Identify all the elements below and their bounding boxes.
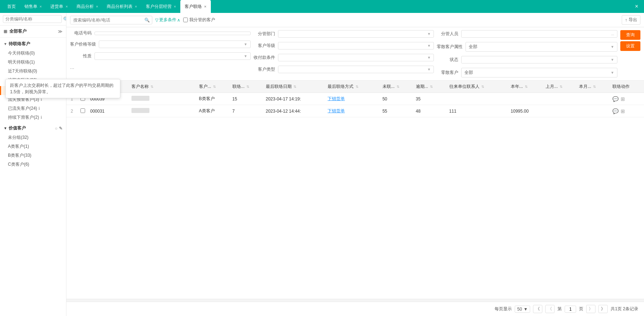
- customer-type-select[interactable]: ▼: [278, 66, 434, 73]
- col-contact-count[interactable]: 联络... ⇅: [230, 81, 264, 93]
- nav-purchase[interactable]: 进货单 ×: [46, 0, 72, 13]
- row-2-checkbox[interactable]: [80, 108, 85, 113]
- filter-search-button[interactable]: 🔍: [142, 16, 152, 24]
- sidebar-value-header[interactable]: ▼ 价值客户 ○ ✎: [0, 123, 66, 133]
- window-close-button[interactable]: ×: [632, 3, 641, 10]
- sidebar-item-declining[interactable]: 持续下滑客户(2) ℹ: [0, 113, 66, 122]
- row-2-checkbox-cell: [77, 105, 88, 117]
- price-level-select[interactable]: ▼: [99, 41, 251, 48]
- sort-thismonth-icon[interactable]: ⇅: [593, 85, 596, 89]
- row-2-last-month: [543, 105, 577, 117]
- sidebar-item-class-a[interactable]: A类客户(1): [0, 142, 66, 151]
- last-page-button[interactable]: 》: [598, 305, 608, 313]
- col-last-month[interactable]: 上月... ⇅: [543, 81, 577, 93]
- nav-analysis-list[interactable]: 商品分析列表 ×: [102, 0, 141, 13]
- row-1-chat-icon[interactable]: 💬: [612, 96, 618, 102]
- grid-icon: ⊞: [4, 29, 7, 34]
- col-last-contact-method[interactable]: 最后联络方式 ⇅: [325, 81, 380, 93]
- retail-attr-select[interactable]: 全部 ▼: [465, 42, 617, 52]
- dept-label: 分管部门: [254, 31, 275, 37]
- nav-analysis-close[interactable]: ×: [96, 4, 98, 9]
- filter-row-person: 分管人员 ...: [437, 30, 617, 38]
- dept-select[interactable]: ▼: [278, 30, 434, 38]
- sidebar-item-today[interactable]: 今天待联络(0): [0, 49, 66, 58]
- filter-search-input[interactable]: [70, 16, 142, 24]
- sidebar-item-7days[interactable]: 近7天待联络(0): [0, 67, 66, 76]
- row-2-last-method[interactable]: 下销货单: [325, 105, 380, 117]
- filter-icon: ▽: [155, 18, 158, 23]
- nav-customer-tier-close[interactable]: ×: [174, 4, 176, 9]
- sidebar-all-customers-header: ⊞ 全部客户 ≫: [0, 25, 66, 38]
- more-conditions-button[interactable]: ▽ 更多条件 ∧: [155, 17, 180, 23]
- export-button[interactable]: ↑ 导出: [622, 15, 640, 25]
- next-page-button[interactable]: 〉: [586, 305, 596, 313]
- sidebar-item-class-b[interactable]: B类客户(33): [0, 151, 66, 160]
- nav-home[interactable]: 首页: [3, 0, 20, 13]
- horizontal-scrollbar[interactable]: [66, 299, 644, 302]
- person-select[interactable]: ...: [461, 30, 617, 38]
- nav-analysis[interactable]: 商品分析 ×: [72, 0, 102, 13]
- sidebar-search-input[interactable]: [3, 15, 62, 23]
- sort-date-icon[interactable]: ⇅: [293, 85, 296, 89]
- value-arrow-icon: ▼: [4, 126, 7, 130]
- col-customer-name[interactable]: 客户名称 ⇅: [129, 81, 197, 93]
- customer-level-select[interactable]: ▼: [278, 42, 434, 49]
- payment-select[interactable]: ▼: [278, 54, 434, 61]
- retail-customer-select[interactable]: 全部 ▼: [461, 68, 617, 77]
- row-1-name: [129, 93, 197, 105]
- sort-lastmonth-icon[interactable]: ⇅: [560, 85, 562, 89]
- sidebar-item-churned[interactable]: 已流失客户(24) ℹ: [0, 104, 66, 113]
- col-last-contact-date[interactable]: 最后联络日期 ⇅: [264, 81, 325, 93]
- col-uncontacted[interactable]: 未联... ⇅: [380, 81, 414, 93]
- gender-select[interactable]: ▼: [94, 52, 251, 60]
- sort-name-icon[interactable]: ⇅: [150, 85, 153, 89]
- nav-purchase-close[interactable]: ×: [65, 4, 68, 9]
- page-size-select[interactable]: 50 ▼: [515, 306, 530, 313]
- filter-conditions-panel: 电话号码 客户价格等级 ▼: [66, 27, 644, 81]
- person-label: 分管人员: [437, 31, 458, 37]
- sort-thisyear-icon[interactable]: ⇅: [525, 85, 528, 89]
- sidebar-search-icon[interactable]: 🔍: [63, 16, 66, 22]
- nav-sales[interactable]: 销售单 ×: [20, 0, 46, 13]
- row-1-this-month: [577, 93, 610, 105]
- sidebar-pending-title[interactable]: ▼ 待联络客户: [0, 39, 66, 49]
- col-contacts[interactable]: 往来单位联系人 ⇅: [447, 81, 509, 93]
- col-overdue[interactable]: 逾期... ⇅: [414, 81, 447, 93]
- page-number-input[interactable]: [565, 306, 576, 313]
- nav-customer-contact[interactable]: 客户联络 ×: [180, 0, 210, 13]
- sort-contact-icon[interactable]: ⇅: [246, 85, 249, 89]
- sort-uncontacted-icon[interactable]: ⇅: [397, 85, 399, 89]
- nav-customer-contact-close[interactable]: ×: [204, 4, 206, 9]
- sidebar-item-tomorrow[interactable]: 明天待联络(1): [0, 58, 66, 67]
- sort-overdue-icon[interactable]: ⇅: [430, 85, 433, 89]
- sidebar-item-ungrouped[interactable]: 未分组(32): [0, 133, 66, 142]
- sort-type-icon[interactable]: ⇅: [213, 85, 216, 89]
- filter-dots[interactable]: ...: [70, 64, 74, 70]
- top-nav: 首页 销售单 × 进货单 × 商品分析 × 商品分析列表 × 客户分层经营 × …: [0, 0, 644, 13]
- nav-customer-tier[interactable]: 客户分层经营 ×: [142, 0, 180, 13]
- settings-button[interactable]: 设置: [620, 41, 640, 51]
- sidebar-item-class-c[interactable]: C类客户(6): [0, 160, 66, 169]
- data-table-container[interactable]: ⚙ 客户编码 ⇅ 客户名称 ⇅ 客户...: [66, 81, 644, 299]
- col-this-month[interactable]: 本月... ⇅: [577, 81, 610, 93]
- query-button[interactable]: 查询: [620, 30, 640, 40]
- customer-type-arrow: ▼: [427, 67, 431, 71]
- my-customers-checkbox[interactable]: [183, 18, 188, 22]
- phone-field[interactable]: [94, 32, 251, 35]
- value-circle-icon[interactable]: ○: [55, 126, 57, 131]
- nav-sales-close[interactable]: ×: [40, 4, 42, 9]
- row-2-grid-icon[interactable]: ⊞: [621, 108, 625, 114]
- row-1-grid-icon[interactable]: ⊞: [621, 96, 625, 102]
- sort-method-icon[interactable]: ⇅: [356, 85, 358, 89]
- prev-page-button[interactable]: 〈: [545, 305, 555, 313]
- status-select[interactable]: ▼: [461, 56, 617, 63]
- sidebar-collapse-button[interactable]: ≫: [58, 29, 62, 34]
- row-2-chat-icon[interactable]: 💬: [612, 108, 618, 114]
- first-page-button[interactable]: 《: [533, 305, 542, 313]
- sort-contacts-icon[interactable]: ⇅: [481, 85, 484, 89]
- value-edit-icon[interactable]: ✎: [59, 126, 62, 131]
- nav-analysis-list-close[interactable]: ×: [135, 4, 137, 9]
- col-customer-type[interactable]: 客户... ⇅: [197, 81, 230, 93]
- col-this-year[interactable]: 本年... ⇅: [509, 81, 543, 93]
- row-1-last-method[interactable]: 下销货单: [325, 93, 380, 105]
